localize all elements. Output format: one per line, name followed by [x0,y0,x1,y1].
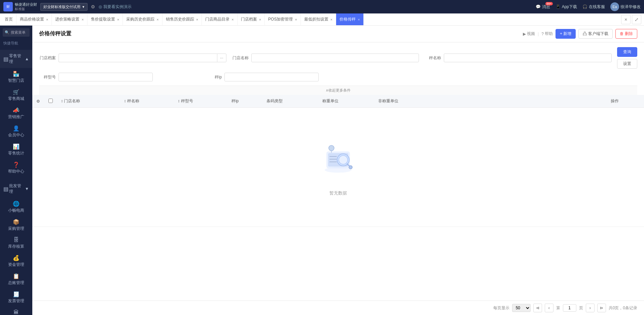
tab-price-settings[interactable]: 商品价格设置 × [16,13,52,26]
scale-model-input[interactable] [59,73,153,81]
store-profile-dots-button[interactable]: ··· [217,54,226,62]
sidebar-item-invoice[interactable]: 🧾 发票管理 [0,288,32,307]
tab-purchase-history-label: 采购历史价跟踪 [126,16,154,22]
tab-price-scale-label: 价格传秤 [339,16,356,22]
sidebar-item-accounting[interactable]: 📋 总账管理 [0,270,32,288]
tab-purchase-history[interactable]: 采购历史价跟踪 × [123,13,162,26]
filter-scale-name: 秤名称 [424,54,612,62]
tab-min-discount[interactable]: 最低折扣设置 × [301,13,336,26]
sidebar-item-batch-mgmt[interactable]: ▤ 批发管理 ▼ [0,180,32,198]
next-page-button[interactable]: › [586,304,595,312]
sidebar-item-smart-store[interactable]: 🏪 智慧门店 [0,68,32,86]
smart-store-icon: 🏪 [13,71,20,77]
sidebar-item-finance[interactable]: 💰 资金管理 [0,252,32,270]
th-non-weight-unit: 非称重单位 [374,95,607,108]
tab-home-label: 首页 [5,16,13,22]
message-button[interactable]: 💬 消息 99+ [536,4,550,10]
marketing-icon: 📣 [13,107,20,113]
store-name-input[interactable] [251,54,419,62]
tab-min-discount-label: 最低折扣设置 [304,16,328,22]
store-name-label: 门店名称 [232,55,249,61]
close-icon[interactable]: × [330,18,332,22]
first-page-button[interactable]: ⊲ [533,304,542,312]
close-icon[interactable]: × [358,18,360,22]
per-page-select[interactable]: 50 10 20 100 [512,304,531,312]
sidebar-item-tax[interactable]: 🏛 税务管理 [0,307,32,315]
delete-button[interactable]: 🗑 删除 [615,29,637,39]
tab-store-catalog-label: 门店商品目录 [205,16,229,22]
sidebar-item-inventory[interactable]: 🗄 库存核算 [0,234,32,252]
tab-price-scale[interactable]: 价格传秤 × [336,13,363,26]
th-settings[interactable]: ⚙ [32,95,44,108]
batch-mgmt-icon: ▤ [3,186,8,192]
tab-sale-history-label: 销售历史价跟踪 [166,16,194,22]
sidebar-item-member[interactable]: 👤 会员中心 [0,123,32,141]
video-link[interactable]: ▶ 视频 [523,31,535,37]
sidebar-item-label: 会员中心 [8,132,24,138]
online-service-button[interactable]: 🎧 在线客服 [582,4,605,10]
close-icon[interactable]: × [295,18,297,22]
th-action: 操作 [607,95,644,108]
sidebar-item-ecom[interactable]: 🌐 小畅电商 [0,198,32,216]
collapse-label: 收起更多条件 [328,88,351,93]
sidebar-item-purchase[interactable]: 📦 采购管理 [0,216,32,234]
collapse-bar[interactable]: ∧ 收起更多条件 [39,85,637,95]
page-input[interactable] [563,304,576,312]
filter-settings-button[interactable]: 设置 [617,59,637,69]
help-icon: ? [541,32,544,36]
tab-store-catalog[interactable]: 门店商品目录 × [202,13,237,26]
tab-pos-management[interactable]: POS加密管理 × [265,13,301,26]
sidebar-item-help[interactable]: ❓ 帮助中心 [0,159,32,177]
tab-pos-management-label: POS加密管理 [268,16,293,22]
version-dropdown[interactable]: 好业财标准版交付试用 ▾ [40,3,87,11]
help-link[interactable]: ? 帮助 [541,31,553,37]
last-page-button[interactable]: ⊳ [597,304,606,312]
accounting-icon: 📋 [13,273,20,279]
tab-home[interactable]: 首页 [1,13,16,26]
close-icon[interactable]: × [81,18,83,22]
select-all-checkbox[interactable] [48,99,53,103]
tab-store-profile[interactable]: 门店档案 × [238,13,265,26]
sidebar-item-retail-stats[interactable]: 📊 零售统计 [0,141,32,159]
message-icon: 💬 [536,4,541,9]
download-button[interactable]: 凸 客户端下载 [578,29,612,39]
close-icon[interactable]: × [231,18,234,22]
user-menu-button[interactable]: Ea 徐泽华修改 [610,2,641,11]
th-checkbox[interactable] [44,95,57,108]
scale-name-label: 秤名称 [424,55,441,61]
scale-name-input[interactable] [444,54,612,62]
app-name: 畅捷通好业财 [15,2,37,7]
avatar: Ea [610,2,619,11]
sidebar-item-label: 零售商城 [8,96,24,102]
quick-nav-label: 快捷导航 [0,39,32,47]
close-icon[interactable]: × [156,18,158,22]
close-icon[interactable]: × [259,18,261,22]
demo-button[interactable]: ◎ 我要看实例演示 [99,4,132,10]
add-button[interactable]: + 新增 [556,29,576,39]
expand-tab-button[interactable]: ⤢ [632,15,641,24]
close-icon[interactable]: × [46,18,48,22]
close-icon[interactable]: × [196,18,198,22]
query-button[interactable]: 查询 [617,47,637,57]
sidebar-item-label: 智慧门店 [8,78,24,83]
sidebar-item-label: 采购管理 [8,226,24,232]
retail-mgmt-icon: ▤ [3,56,8,62]
tab-sale-history[interactable]: 销售历史价跟踪 × [163,13,202,26]
download-label: 凸 客户端下载 [583,31,608,37]
sidebar-item-retail-mgmt[interactable]: ▤ 零售管理 ▲ [0,50,32,68]
app-download-button[interactable]: 📱 App下载 [556,4,577,10]
scale-ip-input[interactable] [224,73,319,81]
close-icon[interactable]: × [117,18,119,22]
tab-purchase-strategy[interactable]: 进价策略设置 × [52,13,87,26]
store-profile-input[interactable] [59,54,217,62]
svg-point-6 [349,166,352,169]
inventory-icon: 🗄 [13,237,19,243]
search-menu-button[interactable]: 🔍 搜索菜单 [3,28,30,37]
sidebar-item-retail-mall[interactable]: 🛒 零售商城 [0,86,32,104]
empty-text: 暂无数据 [329,190,347,196]
close-tab-button[interactable]: × [621,15,631,24]
sidebar-item-marketing[interactable]: 📣 营销推广 [0,104,32,123]
tab-sale-price-fetch[interactable]: 售价提取设置 × [87,13,123,26]
prev-page-button[interactable]: ‹ [545,304,553,312]
settings-icon[interactable]: ⚙ [91,4,95,9]
